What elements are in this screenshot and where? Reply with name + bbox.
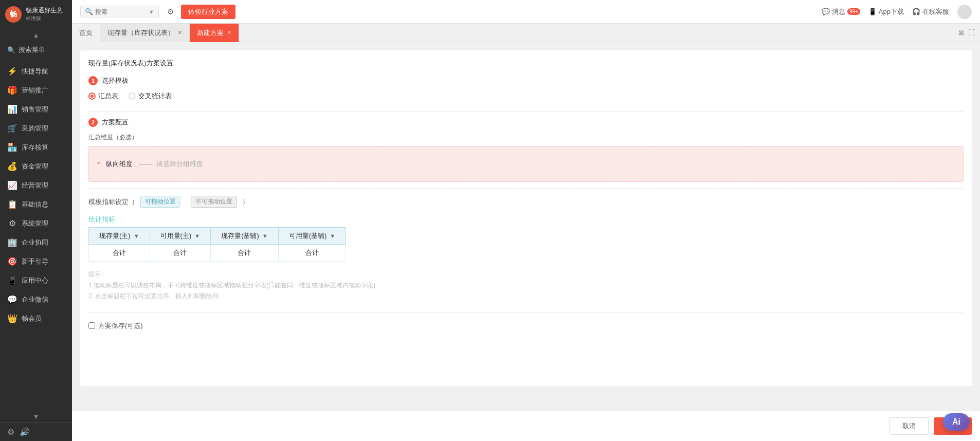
purchase-icon: 🛒	[7, 123, 17, 133]
col0-chevron-icon: ▼	[134, 233, 139, 239]
app-name: 畅康通好生意	[26, 7, 63, 15]
sidebar-item-label: 新手引导	[22, 257, 48, 266]
sidebar-item-inventory[interactable]: 🏪 库存核算	[0, 138, 72, 157]
dim-arrow: —— 请选择分组维度	[139, 159, 955, 169]
col-header-0[interactable]: 现存量(主) ▼	[89, 228, 150, 245]
col-header-2[interactable]: 现存量(基辅) ▼	[211, 228, 279, 245]
sidebar-nav: ⚡ 快捷导航 🎁 营销推广 📊 销售管理 🛒 采购管理 🏪 库存核算 💰 资金管…	[0, 59, 72, 411]
divider-1	[88, 111, 964, 112]
topbar-gear-icon[interactable]: ⚙	[167, 7, 174, 16]
tab-home[interactable]: 首页	[72, 24, 100, 42]
basic-info-icon: 📋	[7, 199, 17, 209]
audio-footer-icon[interactable]: 🔊	[20, 427, 30, 437]
app-center-icon: 📱	[7, 275, 17, 285]
indicator-settings-end: ）	[242, 197, 249, 207]
sidebar-item-label: 应用中心	[22, 276, 48, 285]
app-download-button[interactable]: 📱 App下载	[868, 7, 904, 16]
search-label: 搜索菜单	[19, 45, 45, 54]
members-icon: 👑	[7, 314, 17, 323]
sidebar-item-marketing[interactable]: 🎁 营销推广	[0, 81, 72, 100]
ai-fab-button[interactable]: Ai	[943, 413, 970, 431]
cell-0-2: 合计	[211, 245, 279, 262]
col1-chevron-icon: ▼	[194, 233, 200, 239]
message-badge: 99+	[847, 8, 860, 15]
sidebar-item-label: 营销推广	[22, 86, 48, 95]
app-download-icon: 📱	[868, 8, 877, 15]
message-button[interactable]: 💬 消息 99+	[822, 7, 860, 16]
sidebar-item-label: 经营管理	[22, 181, 48, 190]
sidebar-item-label: 企业微信	[22, 295, 48, 304]
step2-number: 2	[88, 118, 98, 127]
wechat-icon: 💬	[7, 295, 17, 304]
sidebar-item-label: 采购管理	[22, 124, 48, 133]
sidebar-item-label: 企业协同	[22, 238, 48, 247]
online-service-button[interactable]: 🎧 在线客服	[912, 7, 949, 16]
sidebar-item-label: 畅会员	[22, 314, 42, 323]
sidebar-item-system[interactable]: ⚙ 系统管理	[0, 214, 72, 233]
tab-new-plan[interactable]: 新建方案 ✕	[190, 24, 239, 42]
step1-number: 1	[88, 76, 98, 85]
sidebar-item-finance[interactable]: 💰 资金管理	[0, 157, 72, 176]
step2-section: 2 方案配置 汇总维度（必选） * 纵向维度 —— 请选择分组维度 模板指标设定…	[88, 118, 964, 302]
industry-plan-button[interactable]: 体验行业方案	[181, 5, 235, 19]
radio-summary[interactable]: 汇总表	[88, 91, 118, 101]
col2-chevron-icon: ▼	[262, 233, 268, 239]
scheme-save-section: 方案保存(可选)	[88, 321, 964, 330]
sidebar-item-label: 系统管理	[22, 219, 48, 228]
sidebar-scroll-down[interactable]: ▼	[0, 411, 72, 422]
tab-new-plan-close[interactable]: ✕	[227, 29, 231, 36]
sidebar-logo: 畅 畅康通好生意 标准版	[0, 0, 72, 29]
sidebar-item-operations[interactable]: 📈 经营管理	[0, 176, 72, 195]
sidebar-item-quick-nav[interactable]: ⚡ 快捷导航	[0, 62, 72, 81]
sidebar-item-sales[interactable]: 📊 销售管理	[0, 100, 72, 119]
indicator-settings-label: 模板指标设定（	[88, 197, 135, 207]
tab-fullscreen-icon[interactable]: ⛶	[968, 29, 975, 36]
tab-expand-icon[interactable]: ⊠	[958, 29, 964, 36]
topbar-right: 💬 消息 99+ 📱 App下载 🎧 在线客服	[822, 5, 972, 19]
sales-icon: 📊	[7, 104, 17, 114]
topbar-search-box[interactable]: 🔍 ▼	[80, 6, 159, 17]
template-radio-group: 汇总表 交叉统计表	[88, 91, 964, 101]
ai-fab-label: Ai	[952, 417, 960, 427]
sidebar-item-label: 销售管理	[22, 105, 48, 114]
sidebar-item-basic-info[interactable]: 📋 基础信息	[0, 195, 72, 214]
sidebar-search[interactable]: 🔍 搜索菜单	[0, 41, 72, 59]
content-area: 现存量(库存状况表)方案设置 1 选择模板 汇总表 交叉统计表	[72, 42, 980, 411]
search-icon: 🔍	[7, 46, 15, 54]
sidebar-scroll-up[interactable]: ▲	[0, 29, 72, 41]
indicator-settings-row: 模板指标设定（ 可拖动位置 不可拖动位置 ）	[88, 196, 964, 208]
sidebar-item-app-center[interactable]: 📱 应用中心	[0, 271, 72, 290]
sidebar: 畅 畅康通好生意 标准版 ▲ 🔍 搜索菜单 ⚡ 快捷导航 🎁 营销推广 📊 销售…	[0, 0, 72, 441]
sidebar-item-wechat[interactable]: 💬 企业微信	[0, 290, 72, 309]
stat-section-title: 统计指标	[88, 215, 964, 224]
tab-inventory[interactable]: 现存量（库存状况表） ✕	[100, 24, 190, 42]
dim-field-label: 纵向维度	[106, 159, 133, 169]
topbar-search-input[interactable]	[95, 8, 147, 15]
scheme-save-checkbox[interactable]	[88, 322, 95, 329]
cancel-button[interactable]: 取消	[890, 417, 929, 435]
sidebar-item-purchase[interactable]: 🛒 采购管理	[0, 119, 72, 138]
settings-footer-icon[interactable]: ⚙	[7, 427, 14, 437]
finance-icon: 💰	[7, 161, 17, 171]
tips-section: 提示： 1.拖动标题栏可以调整布局，不可跨维度或指标区域拖动栏目字段(只能在同一…	[88, 269, 964, 302]
radio-cross[interactable]: 交叉统计表	[129, 91, 172, 101]
col-header-3[interactable]: 可用量(基辅) ▼	[278, 228, 346, 245]
tip-1: 1.拖动标题栏可以调整布局，不可跨维度或指标区域拖动栏目字段(只能在同一维度或指…	[88, 280, 964, 291]
sidebar-item-enterprise[interactable]: 🏢 企业协同	[0, 233, 72, 252]
headset-icon: 🎧	[912, 8, 920, 15]
step2-title: 方案配置	[102, 118, 129, 127]
sidebar-item-label: 资金管理	[22, 162, 48, 171]
topbar-search-icon: 🔍	[85, 8, 93, 15]
divider-3	[88, 313, 964, 313]
statistics-table: 现存量(主) ▼ 可用量(主) ▼	[88, 227, 346, 262]
table-row: 合计 合计 合计 合计	[89, 245, 346, 262]
step1-header: 1 选择模板	[88, 76, 964, 85]
col-header-1[interactable]: 可用量(主) ▼	[150, 228, 211, 245]
sidebar-item-new-guide[interactable]: 🎯 新手引导	[0, 252, 72, 271]
dim-section-label: 汇总维度（必选）	[88, 133, 964, 142]
tip-2: 2. 点击标题栏下拉可设置排序、插入列和删除列	[88, 291, 964, 302]
tab-inventory-close[interactable]: ✕	[177, 29, 182, 36]
sidebar-item-members[interactable]: 👑 畅会员	[0, 309, 72, 328]
user-avatar[interactable]	[957, 5, 972, 19]
step1-title: 选择模板	[102, 76, 129, 85]
